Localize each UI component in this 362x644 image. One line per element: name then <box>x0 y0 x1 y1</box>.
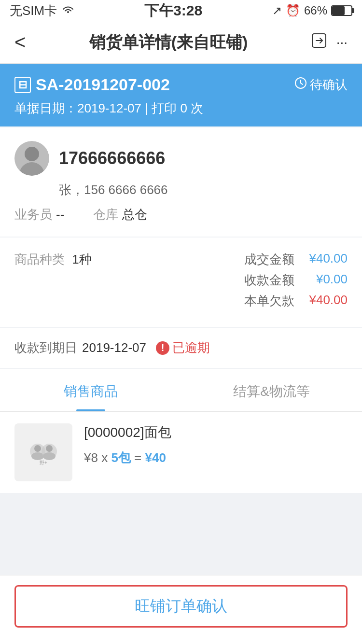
status-time: 下午3:28 <box>144 1 202 21</box>
confirm-order-button[interactable]: 旺铺订单确认 <box>14 585 348 628</box>
page-title: 销货单详情(来自旺铺) <box>89 31 248 54</box>
summary-section: 商品种类 1种 成交金额 ¥40.00 收款金额 ¥0.00 本单欠款 ¥40.… <box>0 238 362 327</box>
svg-point-7 <box>43 452 56 460</box>
product-info: [0000002]面包 ¥8 x 5包 = ¥40 <box>84 423 348 466</box>
tabs-section: 销售商品 结算&物流等 野+ [0000002]面包 ¥8 x 5包 <box>0 369 362 493</box>
summary-left: 商品种类 1种 <box>14 251 92 268</box>
svg-point-3 <box>34 445 41 452</box>
product-quantity: 5包 <box>111 450 130 465</box>
product-thumbnail: 野+ <box>14 423 72 481</box>
nav-bar: < 销货单详情(来自旺铺) ··· <box>0 21 362 64</box>
salesperson-item: 业务员 -- <box>14 206 64 223</box>
balance-value: ¥40.00 <box>309 293 348 309</box>
svg-text:野+: 野+ <box>40 460 47 465</box>
product-type-value: 1种 <box>72 252 91 266</box>
more-button[interactable]: ··· <box>336 35 348 50</box>
nav-left: < <box>14 31 26 53</box>
salesperson-value: -- <box>56 207 64 222</box>
overdue-text: 已逾期 <box>172 339 210 356</box>
order-id-text: SA-20191207-002 <box>36 75 170 94</box>
received-amount-label: 收款金额 <box>244 272 294 289</box>
product-name: [0000002]面包 <box>84 423 348 442</box>
transaction-amount-row: 成交金额 ¥40.00 <box>244 251 348 268</box>
location-icon: ↗ <box>272 4 282 17</box>
order-id: ⊟ SA-20191207-002 <box>14 75 170 94</box>
transaction-amount-value: ¥40.00 <box>309 251 348 268</box>
status-right: ↗ ⏰ 66% <box>272 4 352 17</box>
received-amount-value: ¥0.00 <box>316 272 348 289</box>
status-bar: 无SIM卡 下午3:28 ↗ ⏰ 66% <box>0 0 362 21</box>
customer-top: 17666666666 <box>14 141 348 176</box>
product-type-item: 商品种类 1种 <box>14 251 92 268</box>
due-section: 收款到期日 2019-12-07 ! 已逾期 <box>0 328 362 368</box>
price-multiply: x <box>101 450 111 465</box>
balance-row: 本单欠款 ¥40.00 <box>244 293 348 309</box>
product-type-label: 商品种类 <box>14 252 65 266</box>
customer-phone: 17666666666 <box>59 148 165 168</box>
warehouse-label: 仓库 <box>93 206 118 223</box>
order-icon: ⊟ <box>14 77 31 93</box>
wifi-icon <box>62 3 74 18</box>
tabs-header: 销售商品 结算&物流等 <box>0 369 362 412</box>
back-button[interactable]: < <box>14 31 26 53</box>
transaction-amount-label: 成交金额 <box>244 251 294 268</box>
warning-icon: ! <box>156 341 169 355</box>
product-item: 野+ [0000002]面包 ¥8 x 5包 = ¥40 <box>0 412 362 493</box>
due-date-label: 收款到期日 <box>14 339 77 356</box>
svg-point-6 <box>46 445 53 452</box>
price-equals: = <box>134 450 145 465</box>
battery-icon <box>331 5 352 16</box>
status-text: 待确认 <box>310 76 348 93</box>
nav-right: ··· <box>311 33 348 52</box>
tab-settlement-logistics[interactable]: 结算&物流等 <box>181 369 362 411</box>
customer-meta: 业务员 -- 仓库 总仓 <box>14 206 348 223</box>
battery-text: 66% <box>304 4 327 17</box>
avatar <box>14 141 49 176</box>
product-price: ¥8 x 5包 = ¥40 <box>84 449 348 466</box>
balance-label: 本单欠款 <box>244 293 294 309</box>
salesperson-label: 业务员 <box>14 206 52 223</box>
tab-sales-products[interactable]: 销售商品 <box>0 369 181 411</box>
warehouse-item: 仓库 总仓 <box>93 206 147 223</box>
order-status-badge: 待确认 <box>294 76 348 93</box>
bottom-bar: 旺铺订单确认 <box>0 575 362 644</box>
product-total: ¥40 <box>145 450 166 465</box>
customer-name: 张，156 6666 6666 <box>14 182 348 198</box>
share-button[interactable] <box>311 33 327 52</box>
order-date: 单据日期：2019-12-07 | 打印 0 次 <box>14 100 348 117</box>
clock-icon <box>294 77 307 93</box>
header-card: ⊟ SA-20191207-002 待确认 单据日期：2019-12-07 | … <box>0 64 362 126</box>
customer-section: 17666666666 张，156 6666 6666 业务员 -- 仓库 总仓 <box>0 127 362 237</box>
received-amount-row: 收款金额 ¥0.00 <box>244 272 348 289</box>
alarm-icon: ⏰ <box>286 4 300 17</box>
price-per: ¥8 <box>84 450 98 465</box>
status-left: 无SIM卡 <box>10 2 74 19</box>
warehouse-value: 总仓 <box>122 206 147 223</box>
summary-right: 成交金额 ¥40.00 收款金额 ¥0.00 本单欠款 ¥40.00 <box>244 251 348 313</box>
due-date-value: 2019-12-07 <box>82 340 146 355</box>
header-top: ⊟ SA-20191207-002 待确认 <box>14 75 348 94</box>
overdue-badge: ! 已逾期 <box>156 339 210 356</box>
carrier-text: 无SIM卡 <box>10 2 57 19</box>
